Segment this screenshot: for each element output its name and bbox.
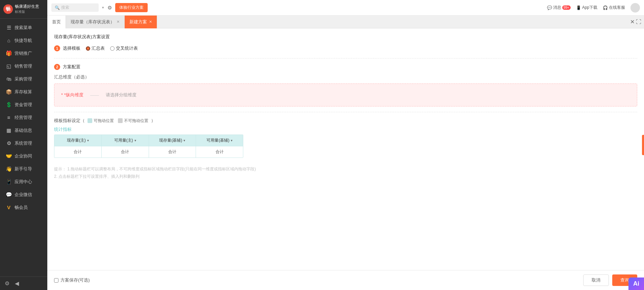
online-service-btn[interactable]: 🎧 在线客服 [603, 5, 625, 10]
col-available-aux-label: 可用量(基辅) [206, 138, 229, 143]
sidebar-item-sales[interactable]: ◱ 销售管理 [0, 60, 47, 73]
sidebar-settings-icon[interactable]: ⚙ [5, 280, 9, 287]
indicator-settings-label: 模板指标设定（ 可拖动位置 不可拖动位置 ） [54, 118, 637, 124]
sidebar-item-app-center[interactable]: 📱 应用中心 [0, 175, 47, 188]
col-present-main-body: 合计 [54, 146, 101, 158]
sidebar-item-system[interactable]: ⚙ 系统管理 [0, 137, 47, 150]
sidebar-item-label: 畅会员 [15, 204, 28, 211]
tab-close-icon[interactable]: ✕ [630, 19, 635, 25]
app-label: App下载 [582, 5, 597, 10]
config-divider [54, 112, 637, 112]
sidebar-item-label: 资金管理 [15, 102, 32, 108]
dim-placeholder[interactable]: 请选择分组维度 [106, 92, 137, 98]
template-radio-group: 汇总表 交叉统计表 [86, 45, 138, 51]
sidebar-item-quick-nav[interactable]: ⌂ 快捷导航 [0, 34, 47, 47]
sidebar-item-search-menu[interactable]: ☰ 搜索菜单 [0, 21, 47, 34]
tab-inventory-status[interactable]: 现存量（库存状况表） ✕ [66, 16, 125, 28]
new-guide-icon: 👋 [6, 166, 12, 172]
sidebar-item-enterprise-wechat[interactable]: 💬 企业微信 [0, 188, 47, 201]
sidebar-item-new-guide[interactable]: 👋 新手引导 [0, 163, 47, 175]
header-settings-icon[interactable]: ⚙ [107, 5, 112, 11]
industry-btn[interactable]: 体验行业方案 [115, 3, 148, 12]
content-area: 现存量(库存状况表)方案设置 1 选择模板 汇总表 交叉统计表 [47, 28, 644, 270]
search-box[interactable]: 🔍 搜索 [51, 3, 99, 12]
search-menu-icon: ☰ [6, 25, 12, 31]
sidebar-collapse-icon[interactable]: ◀ [15, 280, 19, 287]
indicator-settings: 模板指标设定（ 可拖动位置 不可拖动位置 ） 统计指标 [54, 118, 637, 159]
col-present-aux: 现存量(基辅) ▾ 合计 [149, 135, 196, 158]
dim-separator: —— [90, 93, 99, 98]
tab-inventory-label: 现存量（库存状况表） [71, 19, 115, 25]
indicator-legend: 可拖动位置 不可拖动位置 [88, 118, 148, 124]
save-option-label: 方案保存(可选) [60, 277, 90, 283]
sidebar-item-label: 营销推广 [15, 50, 32, 56]
ai-badge[interactable]: Ai [628, 277, 644, 290]
sidebar-item-purchase[interactable]: 🛍 采购管理 [0, 73, 47, 86]
stats-label: 统计指标 [54, 126, 637, 132]
col-available-main: 可用量(主) ▾ 合计 [102, 135, 149, 158]
radio-cross[interactable]: 交叉统计表 [110, 45, 138, 51]
sidebar-item-label: 新手引导 [15, 166, 32, 172]
tip-item-2: 2. 点击标题栏下拉可设置排序、插入列和删除列 [54, 173, 637, 180]
search-text: 搜索 [61, 5, 69, 10]
finance-icon: 💲 [6, 102, 12, 108]
quick-nav-icon: ⌂ [6, 38, 12, 43]
sidebar-item-basic-info[interactable]: ▦ 基础信息 [0, 124, 47, 137]
right-edge-handle[interactable] [642, 135, 644, 155]
fixed-label: 不可拖动位置 [124, 118, 148, 124]
sidebar-item-label: 经营管理 [15, 115, 32, 121]
col-present-aux-body: 合计 [149, 146, 196, 158]
sidebar-item-label: 企业微信 [15, 192, 32, 198]
dim-required-label: * *纵向维度 [61, 92, 83, 98]
sidebar-item-label: 应用中心 [15, 179, 32, 185]
sidebar-item-operations[interactable]: ≡ 经营管理 [0, 111, 47, 124]
purchase-icon: 🛍 [6, 76, 12, 82]
sidebar-item-vip[interactable]: V 畅会员 [0, 201, 47, 214]
message-btn[interactable]: 💬 消息 99+ [547, 5, 571, 10]
sidebar-item-enterprise[interactable]: 🤝 企业协同 [0, 150, 47, 163]
col-present-aux-header[interactable]: 现存量(基辅) ▾ [149, 135, 196, 146]
marketing-icon: 🎁 [6, 50, 12, 56]
sidebar-item-finance[interactable]: 💲 资金管理 [0, 98, 47, 111]
sidebar: 畅 畅康通好生意 标准版 ☰ 搜索菜单 ⌂ 快捷导航 🎁 营销推广 ◱ 销售管理… [0, 0, 47, 290]
col-available-aux-header[interactable]: 可用量(基辅) ▾ [196, 135, 243, 146]
required-star: * [61, 92, 63, 97]
system-icon: ⚙ [6, 140, 12, 146]
user-avatar[interactable] [630, 3, 640, 13]
brand-version: 标准版 [15, 9, 39, 14]
sidebar-item-inventory[interactable]: 📦 库存核算 [0, 86, 47, 98]
stats-header: 现存量(主) ▾ 合计 可用量(主) ▾ 合计 [54, 135, 243, 158]
tab-bar: 首页 现存量（库存状况表） ✕ 新建方案 ✕ ✕ ⛶ [47, 16, 644, 28]
save-option: 方案保存(可选) [54, 277, 90, 283]
sidebar-item-label: 搜索菜单 [15, 25, 32, 31]
step1-label: 选择模板 [63, 45, 80, 51]
legend-movable: 可拖动位置 [88, 118, 114, 124]
col-available-main-label: 可用量(主) [114, 138, 133, 143]
legend-fixed: 不可拖动位置 [118, 118, 148, 124]
tab-home[interactable]: 首页 [47, 16, 66, 28]
search-icon: 🔍 [55, 5, 60, 10]
tab-expand-icon[interactable]: ⛶ [636, 19, 641, 25]
sidebar-item-marketing[interactable]: 🎁 营销推广 [0, 47, 47, 60]
page-title: 现存量(库存状况表)方案设置 [54, 34, 637, 40]
col-present-main-header[interactable]: 现存量(主) ▾ [54, 135, 101, 146]
footer-bar: 方案保存(可选) 取消 查询 [47, 270, 644, 290]
tab-inventory-close-icon[interactable]: ✕ [117, 20, 120, 24]
top-header: 🔍 搜索 ▾ ⚙ 体验行业方案 💬 消息 99+ 📱 App下载 🎧 在线客服 [47, 0, 644, 16]
tab-new-plan[interactable]: 新建方案 ✕ [125, 16, 157, 28]
movable-box [88, 118, 92, 123]
tab-new-plan-close-icon[interactable]: ✕ [149, 20, 152, 24]
inventory-icon: 📦 [6, 89, 12, 95]
col-available-main-header[interactable]: 可用量(主) ▾ [102, 135, 149, 146]
save-checkbox[interactable] [54, 278, 58, 283]
tip-item-1: 1.拖动标题栏可以调整布局，不可跨维度或指标区域拖动栏目字段(只能在同一维度或指… [67, 167, 256, 171]
app-download-btn[interactable]: 📱 App下载 [576, 5, 597, 10]
radio-summary[interactable]: 汇总表 [86, 45, 105, 51]
top-right: 💬 消息 99+ 📱 App下载 🎧 在线客服 [547, 3, 640, 13]
cancel-button[interactable]: 取消 [583, 274, 609, 286]
tip-title: 提示： 1.拖动标题栏可以调整布局，不可跨维度或指标区域拖动栏目字段(只能在同一… [54, 166, 637, 173]
sidebar-bottom: ⚙ ◀ [0, 276, 47, 290]
brand-header: 畅 畅康通好生意 标准版 [0, 0, 47, 19]
header-chevron-icon[interactable]: ▾ [102, 5, 104, 10]
step2-label: 方案配置 [63, 64, 80, 70]
